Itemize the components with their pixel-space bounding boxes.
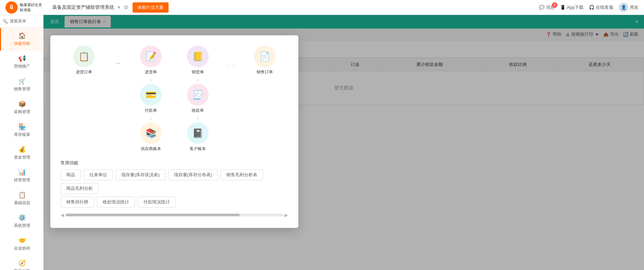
inventory-icon: 🏪 — [18, 123, 26, 130]
marketing-icon: 📢 — [18, 55, 26, 62]
sales-icon: 🛒 — [18, 77, 26, 85]
content-area: 首页 销售订单执行表 × × ❓ 帮助 🖨 按模板打印 ▼ — [43, 15, 644, 270]
func-btn-sales-rank[interactable]: 销售排行榜 — [60, 197, 94, 208]
message-btn[interactable]: 💬 消息 6 — [539, 4, 555, 11]
func-btn-sales-profit[interactable]: 销售毛利分析表 — [221, 169, 263, 180]
flow-diagram: 📋 进货订单 → 📝 进货单 — [60, 46, 288, 157]
func-btn-stock-dist[interactable]: 现存量(库存分布表) — [168, 169, 218, 180]
func-btn-partner[interactable]: 往来单位 — [84, 169, 113, 180]
payment-label: 付款单 — [145, 108, 157, 113]
receipt-label: 收款单 — [192, 108, 204, 113]
node-sale-bill: 📒 销货单 — [174, 46, 221, 75]
scrollbar-track[interactable] — [66, 214, 283, 216]
flow-arrows-row: ↓ ↓ — [60, 75, 288, 84]
purchase-bill-icon[interactable]: 📝 — [140, 46, 162, 67]
arrow-sb-down: ↓ — [174, 75, 221, 84]
sidebar-item-operations[interactable]: 📊 经营管理 — [0, 164, 43, 187]
arrow-po-to-pb: → — [107, 59, 127, 75]
online-service-btn[interactable]: 🎧 在线客服 — [589, 4, 613, 11]
message-badge: 6 — [552, 2, 557, 8]
finance-icon: 💰 — [18, 146, 26, 153]
scroll-right-btn[interactable]: ▶ — [284, 212, 288, 218]
node-customer-ledger: 📓 客户账本 — [174, 122, 221, 152]
logo-text: 畅康通好生意 标准版 — [20, 2, 42, 12]
sidebar-item-purchase[interactable]: 📦 采购管理 — [0, 96, 43, 119]
sidebar-item-sales[interactable]: 🛒 销售管理 — [0, 73, 43, 96]
modal-overlay: 📋 进货订单 → 📝 进货单 — [43, 15, 644, 270]
system-info: 装备及固定资产辅助管理系统 ▼ ⚙ 体验行业方案 — [49, 2, 539, 13]
receipt-icon[interactable]: 🧾 — [187, 84, 209, 106]
newbie-icon: 🧭 — [18, 259, 26, 267]
sidebar-search[interactable]: 🔍 搜索菜单 — [0, 15, 43, 28]
logo: 6 畅康通好生意 标准版 — [5, 1, 49, 14]
supplier-ledger-label: 供应商账本 — [141, 146, 161, 152]
sidebar-item-inventory[interactable]: 🏪 库存核算 — [0, 119, 43, 142]
topbar-right: 💬 消息 6 📱 App下载 🎧 在线客服 👤 用友 — [539, 3, 639, 12]
node-payment: 💳 付款单 — [127, 84, 174, 113]
message-icon: 💬 — [539, 5, 544, 10]
func-btn-stock-status[interactable]: 现存量(库存状况表) — [116, 169, 166, 180]
supplier-ledger-icon[interactable]: 📚 — [140, 122, 162, 144]
func-buttons-row1: 商品 往来单位 现存量(库存状况表) 现存量(库存分布表) 销售毛利分析表 商品… — [60, 169, 288, 194]
flow-bottom-row: 📚 供应商账本 📓 客户账本 — [60, 122, 288, 152]
logo-icon: 6 — [5, 1, 18, 14]
func-buttons-row2: 销售排行榜 收款情况统计 付款情况统计 — [60, 197, 288, 208]
system-name: 装备及固定资产辅助管理系统 — [52, 4, 114, 11]
flow-top-row: 📋 进货订单 → 📝 进货单 — [60, 46, 288, 75]
arrow-rec-down: ↓ — [174, 113, 221, 122]
arrow-pb-down: ↓ — [127, 75, 174, 84]
common-functions-title: 常用功能 — [60, 160, 288, 166]
operations-icon: 📊 — [18, 168, 26, 176]
node-sale-order: 📄 销售订单 — [241, 46, 288, 75]
flow-modal: 📋 进货订单 → 📝 进货单 — [50, 35, 298, 228]
purchase-icon: 📦 — [18, 100, 26, 108]
purchase-order-label: 进货订单 — [76, 69, 92, 75]
sidebar-item-basics[interactable]: 📋 基础信息 — [0, 187, 43, 210]
sale-bill-icon[interactable]: 📒 — [187, 46, 209, 67]
arrow-so-to-sb: ←-- — [221, 62, 241, 75]
customer-ledger-label: 客户账本 — [190, 146, 206, 152]
node-receipt: 🧾 收款单 — [174, 84, 221, 113]
avatar: 👤 — [619, 3, 628, 12]
func-btn-product[interactable]: 商品 — [60, 169, 81, 180]
sidebar: 🔍 搜索菜单 🏠 快捷导航 📢 营销推广 🛒 销售管理 📦 采购管理 🏪 — [0, 15, 43, 270]
sale-bill-label: 销货单 — [192, 69, 204, 75]
scrollbar-thumb — [66, 214, 240, 216]
purchase-bill-label: 进货单 — [145, 69, 157, 75]
arrow-pay-down: ↓ — [127, 113, 174, 122]
node-purchase-order: 📋 进货订单 — [60, 46, 107, 75]
sidebar-item-newbie[interactable]: 🧭 新手引导 — [0, 255, 43, 270]
common-functions: 常用功能 商品 往来单位 现存量(库存状况表) 现存量(库存分布表) 销售毛利分… — [60, 160, 288, 208]
purchase-order-icon[interactable]: 📋 — [73, 46, 95, 67]
sale-order-label: 销售订单 — [257, 69, 273, 75]
sidebar-item-system[interactable]: ⚙️ 系统管理 — [0, 210, 43, 233]
trial-button[interactable]: 体验行业方案 — [133, 2, 169, 13]
service-icon: 🎧 — [589, 5, 594, 10]
system-dropdown-icon[interactable]: ▼ — [117, 5, 121, 10]
payment-icon[interactable]: 💳 — [140, 84, 162, 106]
sidebar-item-marketing[interactable]: 📢 营销推广 — [0, 51, 43, 73]
sidebar-item-quick-nav[interactable]: 🏠 快捷导航 — [0, 28, 43, 51]
func-btn-product-profit[interactable]: 商品毛利分析 — [60, 183, 99, 194]
basics-icon: 📋 — [18, 191, 26, 199]
flow-mid-row: 💳 付款单 🧾 收款单 — [60, 84, 288, 113]
home-icon: 🏠 — [18, 32, 26, 39]
sidebar-item-finance[interactable]: 💰 资金管理 — [0, 142, 43, 164]
scroll-left-btn[interactable]: ◀ — [60, 212, 64, 218]
node-purchase-bill: 📝 进货单 — [127, 46, 174, 75]
flow-arrows-row2: ↓ ↓ — [60, 113, 288, 122]
func-btn-receipt-stats[interactable]: 收款情况统计 — [97, 197, 135, 208]
system-icon: ⚙️ — [18, 214, 26, 221]
modal-scrollbar: ◀ ▶ — [60, 212, 288, 218]
sale-order-icon[interactable]: 📄 — [254, 46, 276, 67]
customer-ledger-icon[interactable]: 📓 — [187, 122, 209, 144]
node-supplier-ledger: 📚 供应商账本 — [127, 122, 174, 152]
app-download-btn[interactable]: 📱 App下载 — [560, 4, 584, 11]
settings-icon[interactable]: ⚙ — [124, 4, 128, 11]
search-icon: 🔍 — [3, 19, 8, 24]
download-icon: 📱 — [560, 5, 565, 10]
enterprise-icon: 🤝 — [18, 237, 26, 244]
func-btn-payment-stats[interactable]: 付款情况统计 — [138, 197, 176, 208]
user-menu[interactable]: 👤 用友 — [619, 3, 639, 12]
sidebar-item-enterprise[interactable]: 🤝 企业协同 — [0, 233, 43, 255]
